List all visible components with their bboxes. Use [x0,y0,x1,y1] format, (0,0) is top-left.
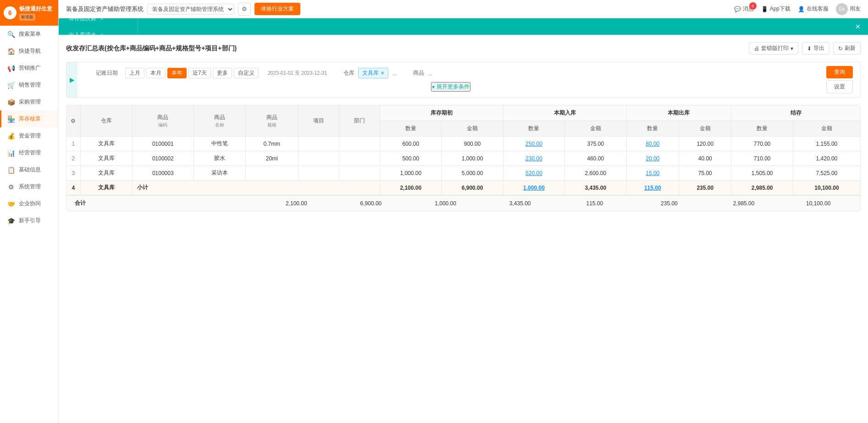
total-label: 合计 [71,199,259,207]
query-button[interactable]: 查询 [826,66,853,78]
table-row: 3 文具库 0100003 采访本 1,000.00 5,000.00 520.… [66,166,860,181]
sidebar-item-basic[interactable]: 📋基础信息 [0,161,58,178]
row-spec: 20ml [246,151,298,166]
date-btn-近7天[interactable]: 近7天 [188,68,211,78]
sidebar-item-label: 经营管理 [19,149,41,157]
sidebar-item-marketing[interactable]: 📢营销推广 [0,60,58,77]
row-bal-qty: 770.00 [731,137,793,151]
warehouse-tag[interactable]: 文具库 ✕ [358,68,388,78]
warehouse-more[interactable]: ... [392,70,397,77]
date-btn-本年[interactable]: 本年 [167,68,187,78]
date-btn-本月[interactable]: 本月 [146,68,166,78]
col-dept-header: 部门 [339,105,380,137]
subtotal-out-amt: 235.00 [679,181,731,195]
row-in-qty[interactable]: 520.00 [503,166,564,181]
row-open-amt: 5,000.00 [442,166,503,181]
sidebar-item-label: 营销推广 [19,64,41,72]
sidebar: 6 畅捷通好生意 标准版 🔍搜索菜单🏠快捷导航📢营销推广🛒销售管理📦采购管理🏪库… [0,0,59,423]
print-button[interactable]: 🖨 套锁版打印 ▾ [749,42,798,55]
row-in-amt: 375.00 [565,137,626,151]
print-icon: 🖨 [754,45,759,52]
tab-label: 现存量（库存分布表） [69,0,124,6]
col-open-qty-header: 数量 [380,121,442,137]
row-out-amt: 75.00 [679,166,731,181]
row-bal-qty: 1,505.00 [731,166,793,181]
sidebar-item-label: 销售管理 [19,81,41,89]
col-in-qty-header: 数量 [503,121,564,137]
warehouse-filter: 仓库 文具库 ✕ ... [343,68,397,78]
row-in-qty[interactable]: 250.00 [503,137,564,151]
trial-button[interactable]: 体验行业方案 [254,3,300,15]
tab-close-icon[interactable]: ✕ [100,49,104,54]
tab-close-icon[interactable]: ✕ [100,33,104,38]
date-btn-上月[interactable]: 上月 [125,68,144,78]
row-bal-amt: 1,420.00 [793,151,860,166]
quick-nav-icon: 🏠 [7,48,15,55]
row-name: 中性笔 [194,137,245,151]
sidebar-item-search[interactable]: 🔍搜索菜单 [0,26,58,43]
page-title-actions: 🖨 套锁版打印 ▾ ⬇ 导出 ↻ 刷新 [749,42,861,55]
row-out-qty[interactable]: 20.00 [626,151,679,166]
sidebar-item-guide[interactable]: 🎓新手引导 [0,212,58,229]
message-item[interactable]: 💬 消息 6 [734,5,754,13]
guide-nav-icon: 🎓 [7,217,15,225]
data-table-wrapper: ⚙ 仓库 商品编码 商品名称 商品规格 项目 部门 库存期初 本期入库 本期出库… [66,105,861,211]
inventory-nav-icon: 🏪 [7,115,15,123]
row-code: 0100001 [132,137,194,151]
tab-close-icon[interactable]: ✕ [127,0,131,5]
row-project [298,151,339,166]
sidebar-item-purchase[interactable]: 📦采购管理 [0,93,58,110]
phone-icon: 📱 [761,6,768,12]
sidebar-item-collab[interactable]: 🤝企业协同 [0,195,58,212]
sidebar-item-sales[interactable]: 🛒销售管理 [0,77,58,93]
tab-现存量库存分布表[interactable]: 现存量（库存分布表）✕ [62,0,138,10]
goods-filter: 商品 ... [413,69,432,77]
sidebar-item-inventory[interactable]: 🏪库存核算 [0,110,58,127]
subtotal-warehouse: 文具库 [80,181,132,195]
tabs-close-button[interactable]: ✕ [851,23,864,30]
row-in-qty[interactable]: 230.00 [503,151,564,166]
app-download-item[interactable]: 📱 App下载 [761,5,791,13]
sidebar-item-finance[interactable]: 💰资金管理 [0,127,58,144]
row-out-qty[interactable]: 15.00 [626,166,679,181]
col-open-header: 库存期初 [380,105,503,121]
row-num: 3 [66,166,80,181]
sidebar-item-system[interactable]: ⚙系统管理 [0,178,58,195]
user-avatar: Ea [836,3,848,15]
row-out-qty[interactable]: 80.00 [626,137,679,151]
sidebar-item-label: 企业协同 [19,200,41,208]
col-settings-header[interactable]: ⚙ [66,105,80,137]
subtotal-row: 4 文具库 小计 2,100.00 6,900.00 1,000.00 3,43… [66,181,860,195]
subtotal-in-qty[interactable]: 1,000.00 [503,181,564,195]
sidebar-item-operations[interactable]: 📊经营管理 [0,144,58,161]
row-in-amt: 460.00 [565,151,626,166]
system-select[interactable]: 装备及固定资产辅助管理系统 [147,4,234,15]
total-row: 合计 2,100.00 6,900.00 1,000.00 3,435.00 1… [66,195,860,211]
tab-库存批次账[interactable]: 库存批次账✕ [62,10,138,27]
service-icon: 👤 [798,6,805,12]
sidebar-item-quick[interactable]: 🏠快捷导航 [0,43,58,60]
row-dept [339,137,380,151]
goods-placeholder[interactable]: ... [428,70,432,77]
export-button[interactable]: ⬇ 导出 [802,42,829,55]
warehouse-tag-close[interactable]: ✕ [381,71,384,76]
app-logo-icon: 6 [4,6,17,19]
page-title-row: 收发存汇总表(按仓库+商品编码+商品+规格型号+项目+部门) 🖨 套锁版打印 ▾… [66,42,861,55]
sidebar-item-label: 资金管理 [19,132,41,140]
filter-setting-button[interactable]: 设置 [826,80,853,93]
data-table: ⚙ 仓库 商品编码 商品名称 商品规格 项目 部门 库存期初 本期入库 本期出库… [66,105,860,195]
subtotal-out-qty[interactable]: 115.00 [626,181,679,195]
subtotal-bal-qty: 2,985.00 [731,181,793,195]
row-code: 0100003 [132,166,194,181]
settings-button[interactable]: ⚙ [238,3,251,16]
tab-close-icon[interactable]: ✕ [100,16,104,21]
expand-button[interactable]: ▾ 展开更多条件 [431,82,470,92]
user-item[interactable]: Ea 用友 [836,3,861,15]
filter-toggle-arrow[interactable]: ▶ [66,62,77,97]
date-btn-更多[interactable]: 更多 [213,68,232,78]
finance-nav-icon: 💰 [7,132,15,140]
date-btn-自定义[interactable]: 自定义 [234,68,259,78]
online-service-item[interactable]: 👤 在线客服 [798,5,829,13]
table-row: 1 文具库 0100001 中性笔 0.7mm 600.00 900.00 25… [66,137,860,151]
refresh-button[interactable]: ↻ 刷新 [833,42,861,55]
